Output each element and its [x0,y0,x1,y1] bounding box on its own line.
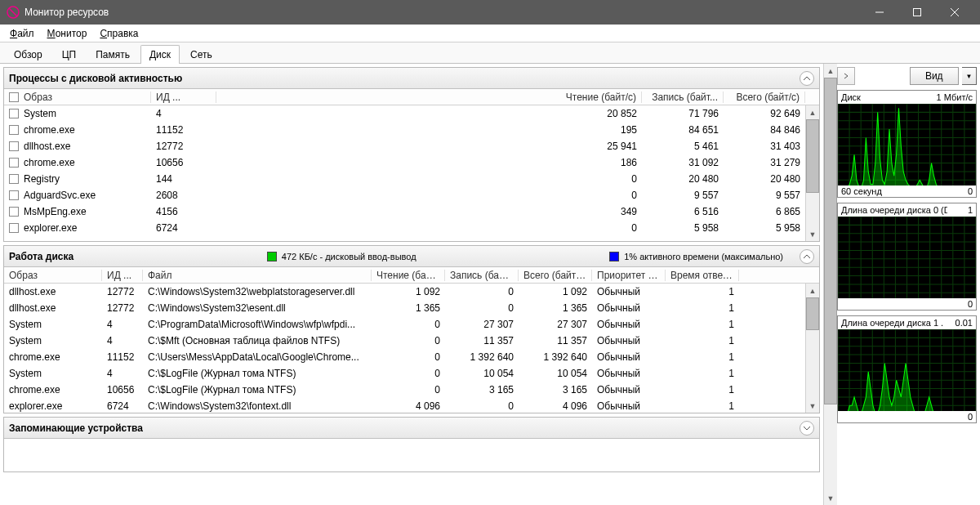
grid-header[interactable]: Образ ИД ... Чтение (байт/с) Запись (бай… [4,89,819,105]
row-checkbox[interactable] [9,174,19,184]
table-row[interactable]: System4C:\$LogFile (Журнал тома NTFS)010… [4,365,819,382]
menu-help[interactable]: Справка [95,26,143,41]
chart-queue-1: Длина очереди диска 1 ...0.01 0 [837,315,977,423]
collapse-icon[interactable] [800,71,814,86]
scroll-up-icon[interactable]: ▲ [806,105,819,119]
panel-processes-header[interactable]: Процессы с дисковой активностью [4,68,819,89]
panel-disk-activity: Работа диска 472 КБ/с - дисковый ввод-вы… [3,245,820,413]
table-row[interactable]: System4C:\$Mft (Основная таблица файлов … [4,333,819,349]
row-checkbox[interactable] [9,158,19,168]
titlebar[interactable]: Монитор ресурсов [0,0,980,25]
expand-icon[interactable] [800,421,814,436]
charts-sidebar: Вид ▼ Диск1 Мбит/с 60 секунд0 Длина очер… [837,64,980,505]
tabbar: Обзор ЦП Память Диск Сеть [0,42,980,64]
table-row[interactable]: chrome.exe1115219584 65184 846 [4,122,819,138]
scroll-thumb[interactable] [806,297,819,330]
scroll-down-icon[interactable]: ▼ [806,399,819,413]
scroll-down-icon[interactable]: ▼ [824,491,837,505]
table-row[interactable]: Registry144020 48020 480 [4,171,819,187]
chart-queue-0: Длина очереди диска 0 (D:)1 0 [837,203,977,311]
disk-activity-grid: Образ ИД ... Файл Чтение (байт... Запись… [4,267,819,413]
collapse-icon[interactable] [800,249,814,264]
table-row[interactable]: chrome.exe10656C:\$LogFile (Журнал тома … [4,382,819,398]
menubar: Файл Монитор Справка [0,25,980,42]
row-checkbox[interactable] [9,109,19,118]
checkbox-all[interactable] [9,92,19,102]
table-row[interactable]: dllhost.exe1277225 9415 46131 403 [4,138,819,154]
chart-disk: Диск1 Мбит/с 60 секунд0 [837,90,977,198]
table-row[interactable]: explorer.exe672405 9585 958 [4,220,819,236]
table-row[interactable]: MsMpEng.exe41563496 5166 865 [4,203,819,220]
app-icon [7,6,20,19]
table-row[interactable]: dllhost.exe12772C:\Windows\System32\webp… [4,284,819,300]
svg-rect-3 [914,9,921,16]
row-checkbox[interactable] [9,207,19,217]
table-row[interactable]: dllhost.exe12772C:\Windows\System32\esen… [4,300,819,316]
green-square-icon [267,252,277,261]
minimize-button[interactable] [861,0,898,25]
scroll-thumb[interactable] [806,119,819,193]
blue-square-icon [609,252,619,261]
menu-monitor[interactable]: Монитор [42,26,92,41]
process-grid: Образ ИД ... Чтение (байт/с) Запись (бай… [4,89,819,236]
panel-storage: Запоминающие устройства [3,417,820,472]
maximize-button[interactable] [898,0,936,25]
table-row[interactable]: System420 85271 79692 649 [4,105,819,122]
scrollbar[interactable]: ▲ ▼ [805,284,819,413]
row-checkbox[interactable] [9,190,19,200]
scroll-down-icon[interactable]: ▼ [806,227,819,241]
menu-file[interactable]: Файл [5,26,39,41]
tab-cpu[interactable]: ЦП [53,45,86,64]
panel-disk-activity-header[interactable]: Работа диска 472 КБ/с - дисковый ввод-вы… [4,246,819,267]
panel-processes: Процессы с дисковой активностью Образ ИД… [3,67,820,242]
scroll-thumb[interactable] [824,78,837,404]
disk-io-stat: 472 КБ/с - дисковый ввод-вывод [267,252,416,261]
disk-active-stat: 1% активного времени (максимально) [609,252,783,261]
main-scrollbar[interactable]: ▲ ▼ [823,64,837,505]
tab-overview[interactable]: Обзор [5,45,51,64]
row-checkbox[interactable] [9,141,19,151]
tab-disk[interactable]: Диск [140,45,180,64]
panel-storage-header[interactable]: Запоминающие устройства [4,418,819,439]
tab-network[interactable]: Сеть [181,45,221,64]
table-row[interactable]: explorer.exe6724C:\Windows\System32\font… [4,398,819,413]
scroll-up-icon[interactable]: ▲ [806,284,819,297]
grid-header[interactable]: Образ ИД ... Файл Чтение (байт... Запись… [4,267,819,284]
table-row[interactable]: chrome.exe11152C:\Users\Mess\AppData\Loc… [4,349,819,365]
table-row[interactable]: AdguardSvc.exe260809 5579 557 [4,187,819,203]
view-button[interactable]: Вид [910,67,960,85]
table-row[interactable]: System4C:\ProgramData\Microsoft\Windows\… [4,316,819,333]
window-title: Монитор ресурсов [24,7,861,18]
svg-line-1 [9,8,17,16]
scrollbar[interactable]: ▲ ▼ [805,105,819,241]
tab-memory[interactable]: Память [87,45,139,64]
row-checkbox[interactable] [9,125,19,135]
expand-charts-button[interactable] [837,67,855,85]
row-checkbox[interactable] [9,223,19,233]
table-row[interactable]: chrome.exe1065618631 09231 279 [4,154,819,171]
close-button[interactable] [936,0,973,25]
view-dropdown-icon[interactable]: ▼ [962,67,977,85]
scroll-up-icon[interactable]: ▲ [824,64,837,78]
